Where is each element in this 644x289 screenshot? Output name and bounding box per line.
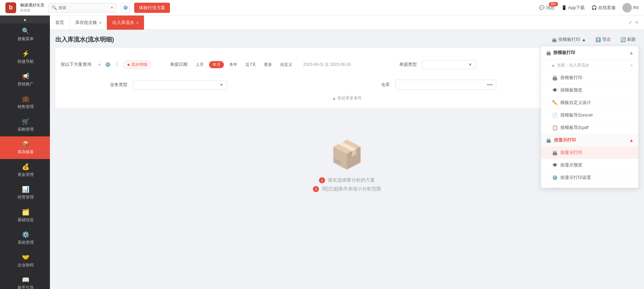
select-arrow-icon: ▼: [468, 62, 472, 67]
date-option-本月[interactable]: 本月: [209, 61, 224, 68]
dropdown-arrows[interactable]: ▲: [629, 50, 634, 55]
empty-illustration: 📦: [330, 139, 364, 170]
warehouse-label: 仓库: [381, 82, 390, 88]
date-range: 2023-06-01 至 2023-06-30: [303, 62, 351, 68]
filter-collapse-button[interactable]: 《: [113, 61, 118, 68]
filter-section-label: 按以下方案查询: [61, 61, 91, 68]
sidebar: ▲ 🔍搜索菜单⚡快捷导航📢营销推广💼销售管理🛒采购管理📦库存核算💰资金管理📊经营…: [0, 16, 50, 289]
tab-inventory-batch[interactable]: 库存批次账 ×: [70, 16, 107, 30]
date-option-上月[interactable]: 上月: [193, 61, 206, 68]
tab-close-inout[interactable]: ×: [136, 21, 138, 25]
warehouse-select[interactable]: •••: [395, 80, 496, 90]
search-input[interactable]: [58, 5, 109, 10]
page-title: 出入库流水(流水明细): [55, 35, 114, 44]
biz-type-group: 业务类型 ▼: [110, 80, 362, 89]
sidebar-item-资金管理[interactable]: 💰资金管理: [0, 159, 50, 182]
empty-step1: 1 请先选择要分析的方案: [319, 177, 375, 183]
date-option-本年[interactable]: 本年: [227, 61, 240, 68]
display-item-按显示预览[interactable]: 👁️按显示预览: [541, 159, 638, 172]
search-box[interactable]: 🔍 ▼: [49, 3, 117, 12]
template-item-按模板导出pdf[interactable]: 📋按模板导出pdf: [541, 122, 638, 134]
current-icon: ●: [552, 63, 554, 68]
empty-step2: 2 用[过滤]条件来缩小分析范围: [313, 186, 381, 192]
date-filter-group: 单据日期 上月本月本年近7天更多自定义 2023-06-01 至 2023-06…: [170, 61, 380, 68]
voucher-type-label: 单据类型: [399, 61, 417, 68]
chevron-up-icon: ▲: [582, 37, 586, 42]
dropdown-current-item[interactable]: ● 当前：出入库流水 ▼: [541, 59, 638, 72]
chevron-down-icon: ▼: [110, 6, 114, 9]
tab-inout-flow[interactable]: 出入库流水 ×: [107, 16, 144, 30]
export-icon: ⬆️: [595, 37, 601, 42]
settings-icon[interactable]: ⚙️: [121, 3, 130, 12]
date-option-近7天[interactable]: 近7天: [243, 61, 259, 68]
expand-icon: ⤢: [628, 20, 632, 25]
dropdown-template-items: 🖨️按模板打印👁️按模板预览✏️模板自定义设计📄按模板导出excel📋按模板导出…: [541, 72, 638, 134]
collapse-section-icon: ▲: [629, 138, 634, 143]
step-2-num: 2: [313, 186, 319, 192]
biz-type-select[interactable]: ▼: [133, 80, 227, 89]
tabs-bar: 首页 库存批次账 × 出入库流水 × ⤢ ✕: [50, 16, 644, 30]
sidebar-item-库存核算[interactable]: 📦库存核算: [0, 136, 50, 159]
sidebar-scroll-up[interactable]: ▲: [0, 16, 50, 23]
printer-icon: 🖨️: [552, 37, 557, 42]
display-item-按显示打印[interactable]: 🖨️按显示打印: [541, 147, 638, 159]
sidebar-item-营销推广[interactable]: 📢营销推广: [0, 69, 50, 91]
tab-expand[interactable]: ⤢ ✕: [623, 20, 644, 25]
template-item-按模板导出excel[interactable]: 📄按模板导出excel: [541, 109, 638, 122]
template-item-按模板打印[interactable]: 🖨️按模板打印: [541, 72, 638, 84]
sidebar-item-基础信息[interactable]: 🗂️基础信息: [0, 204, 50, 227]
search-icon: 🔍: [52, 5, 57, 10]
dropdown-display-header[interactable]: 🖨️ 按显示打印 ▲: [541, 134, 638, 147]
online-service-button[interactable]: 🎧 在线客服: [591, 5, 616, 11]
dropdown-title: 🖨️ 按模板打印: [546, 50, 575, 56]
user-avatar[interactable]: Rit: [622, 3, 639, 12]
sidebar-item-新手引导[interactable]: 📖新手引导: [0, 272, 50, 289]
more-options-icon[interactable]: •••: [487, 82, 493, 88]
add-filter-button[interactable]: ＋: [97, 61, 102, 68]
message-badge: 99+: [549, 2, 558, 6]
close-tab-icon: ✕: [635, 20, 639, 25]
chevron-up-icon2: ▲: [332, 96, 336, 101]
tab-close-inventory[interactable]: ×: [99, 21, 101, 25]
headset-icon: 🎧: [591, 5, 597, 10]
date-options: 上月本月本年近7天更多自定义: [193, 61, 295, 68]
display-section-icon: 🖨️: [546, 138, 551, 143]
message-icon: 💬: [539, 5, 545, 10]
display-item-按显示导出excel[interactable]: 📄按显示导出excel: [541, 184, 638, 188]
content-area: 首页 库存批次账 × 出入库流水 × ⤢ ✕ 出入库流水(流水明细): [50, 16, 644, 289]
sidebar-item-经营管理[interactable]: 📊经营管理: [0, 182, 50, 204]
download-icon: 📱: [561, 5, 567, 10]
template-item-按模板预览[interactable]: 👁️按模板预览: [541, 84, 638, 97]
refresh-icon: 🔄: [620, 37, 626, 42]
dropdown-arrow-icon: ▼: [630, 63, 634, 68]
sidebar-item-采购管理[interactable]: 🛒采购管理: [0, 114, 50, 136]
brand-name: 畅捷通好生意: [20, 2, 45, 8]
sidebar-item-搜索菜单[interactable]: 🔍搜索菜单: [0, 23, 50, 46]
trial-button[interactable]: 体验行业方案: [134, 3, 170, 13]
app-download-button[interactable]: 📱 App下载: [561, 5, 585, 11]
date-option-自定义[interactable]: 自定义: [277, 61, 295, 68]
date-option-更多[interactable]: 更多: [261, 61, 275, 68]
voucher-type-select[interactable]: ▼: [422, 60, 476, 69]
filter-tag-flow[interactable]: ● 流水明细: [123, 60, 151, 69]
template-item-模板自定义设计[interactable]: ✏️模板自定义设计: [541, 97, 638, 109]
refresh-button[interactable]: 🔄 刷新: [618, 35, 639, 44]
sidebar-item-企业协同[interactable]: 🤝企业协同: [0, 249, 50, 272]
sidebar-item-销售管理[interactable]: 💼销售管理: [0, 91, 50, 114]
sidebar-items: 🔍搜索菜单⚡快捷导航📢营销推广💼销售管理🛒采购管理📦库存核算💰资金管理📊经营管理…: [0, 23, 50, 289]
main-layout: ▲ 🔍搜索菜单⚡快捷导航📢营销推广💼销售管理🛒采购管理📦库存核算💰资金管理📊经营…: [0, 16, 644, 289]
message-button[interactable]: 💬 消息 99+: [539, 5, 555, 11]
page-actions: 🖨️ 按模板打印 ▲ ⬆️ 导出 🔄 刷新: [549, 35, 639, 44]
date-label: 单据日期: [170, 61, 187, 68]
export-button[interactable]: ⬆️ 导出: [593, 35, 614, 44]
template-print-button[interactable]: 🖨️ 按模板打印 ▲: [549, 35, 589, 44]
avatar: [622, 3, 632, 12]
sidebar-item-快捷导航[interactable]: ⚡快捷导航: [0, 46, 50, 69]
page-title-bar: 出入库流水(流水明细) 🖨️ 按模板打印 ▲ ⬆️ 导出 🔄 刷新: [55, 35, 639, 44]
filter-settings-button[interactable]: ⚙️: [105, 62, 111, 67]
display-item-按显示打印设置[interactable]: ⚙️按显示打印设置: [541, 172, 638, 184]
sidebar-item-系统管理[interactable]: ⚙️系统管理: [0, 227, 50, 249]
tab-home[interactable]: 首页: [50, 16, 70, 30]
printer-icon2: 🖨️: [546, 50, 551, 55]
header: b 畅捷通好生意 标准版 🔍 ▼ ⚙️ 体验行业方案 💬 消息 99+ 📱 Ap…: [0, 0, 644, 16]
